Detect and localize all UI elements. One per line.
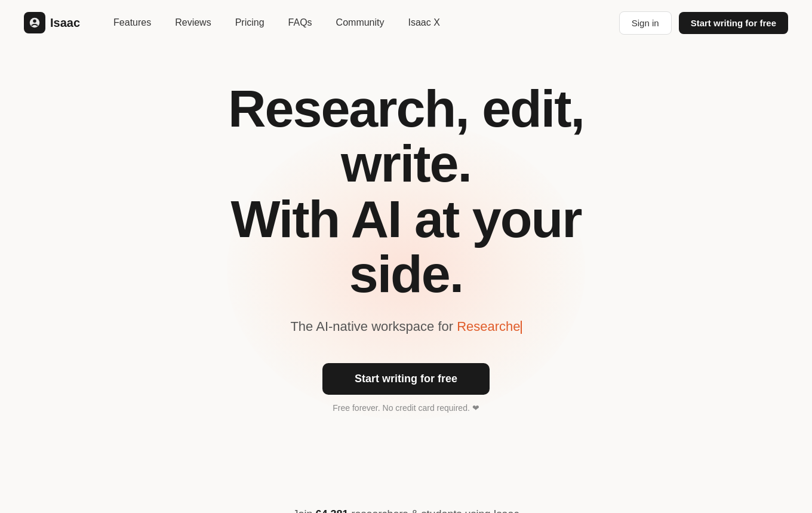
start-writing-nav-button[interactable]: Start writing for free — [679, 12, 788, 34]
typing-cursor — [521, 321, 522, 334]
start-writing-hero-button[interactable]: Start writing for free — [322, 363, 490, 395]
hero-footnote: Free forever. No credit card required. ❤ — [333, 403, 479, 413]
nav-link-reviews[interactable]: Reviews — [165, 13, 220, 33]
nav-link-community[interactable]: Community — [327, 13, 394, 33]
signin-button[interactable]: Sign in — [619, 11, 672, 35]
hero-title-line4: side. — [349, 244, 463, 303]
hero-title-line2: write. — [341, 134, 471, 193]
hero-subtitle: The AI-native workspace for Researche — [228, 319, 584, 334]
hero-title-line1: Research, edit, — [228, 79, 584, 138]
logo-link[interactable]: Isaac — [24, 12, 80, 33]
hero-subtitle-highlight: Researche — [457, 319, 520, 334]
hero-cta: Start writing for free Free forever. No … — [228, 363, 584, 413]
logo-svg — [28, 16, 41, 29]
hero-title: Research, edit, write. With AI at your s… — [228, 81, 584, 302]
nav-link-pricing[interactable]: Pricing — [226, 13, 274, 33]
logo-icon — [24, 12, 45, 33]
hero-subtitle-prefix: The AI-native workspace for — [290, 319, 457, 334]
join-suffix: researchers & students using Isaac — [348, 508, 519, 513]
hero-section: Research, edit, write. With AI at your s… — [0, 45, 812, 496]
logo-text: Isaac — [50, 16, 80, 30]
nav-link-isaacx[interactable]: Isaac X — [399, 13, 450, 33]
nav-link-features[interactable]: Features — [104, 13, 161, 33]
join-text: Join 64,381 researchers & students using… — [12, 508, 800, 513]
navbar: Isaac Features Reviews Pricing FAQs Comm… — [0, 0, 812, 45]
join-prefix: Join — [293, 508, 315, 513]
hero-title-line3: With AI at your — [231, 189, 582, 248]
hero-content: Research, edit, write. With AI at your s… — [228, 81, 584, 460]
navbar-right: Sign in Start writing for free — [619, 11, 788, 35]
nav-links: Features Reviews Pricing FAQs Community … — [104, 13, 450, 33]
nav-link-faqs[interactable]: FAQs — [279, 13, 322, 33]
join-count: 64,381 — [315, 508, 348, 513]
svg-point-1 — [33, 20, 36, 23]
join-section: Join 64,381 researchers & students using… — [0, 496, 812, 513]
navbar-left: Isaac Features Reviews Pricing FAQs Comm… — [24, 12, 450, 33]
